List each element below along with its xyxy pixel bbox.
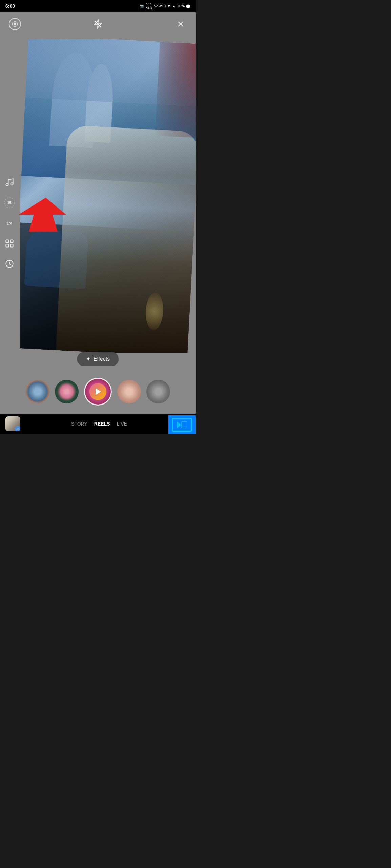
svg-marker-17 (177, 421, 181, 428)
svg-point-0 (14, 23, 16, 25)
vowifi-icon: VoWiFi (154, 4, 166, 8)
svg-rect-11 (10, 244, 13, 247)
tab-live[interactable]: LIVE (117, 421, 127, 427)
signal-icon: ▲ (172, 4, 176, 8)
close-button[interactable] (174, 17, 187, 31)
bottom-nav: + STORY REELS LIVE (0, 414, 196, 434)
speed-value: 1× (6, 220, 12, 226)
thumbnail-5[interactable] (146, 380, 170, 403)
thumbnail-2[interactable] (55, 380, 79, 403)
camera-container: 15 1× (0, 12, 196, 434)
camera-status-icon: 📷 (140, 4, 144, 8)
timer-button[interactable]: 15 (3, 196, 16, 210)
nav-tabs: STORY REELS LIVE (20, 421, 178, 427)
layout-button[interactable] (3, 237, 16, 250)
media-thumbnail[interactable]: + (5, 416, 20, 431)
status-time: 6:00 (5, 3, 15, 9)
effects-label: Effects (94, 356, 110, 362)
flash-button[interactable] (91, 17, 105, 31)
sparkle-icon: ✦ (86, 355, 91, 363)
status-bar: 6:00 📷 0.13KB/S VoWiFi ▼ ▲ 70% ⬤ (0, 0, 196, 12)
svg-rect-18 (182, 421, 187, 428)
tab-story[interactable]: STORY (71, 421, 87, 427)
data-speed: 0.13KB/S (146, 3, 153, 9)
svg-point-5 (6, 184, 8, 186)
svg-rect-10 (6, 244, 8, 247)
timer-value: 15 (7, 201, 11, 205)
record-button[interactable] (84, 378, 112, 406)
status-icons: 📷 0.13KB/S VoWiFi ▼ ▲ 70% ⬤ (140, 3, 190, 9)
effects-button[interactable]: ✦ Effects (77, 352, 119, 366)
add-media-badge: + (15, 426, 20, 431)
countdown-button[interactable] (3, 257, 16, 271)
svg-point-6 (11, 183, 13, 185)
thumbnail-1[interactable] (26, 380, 49, 403)
svg-rect-9 (10, 240, 13, 243)
thumbnail-4[interactable] (117, 380, 141, 403)
wifi-icon: ▼ (167, 4, 171, 8)
battery-pct: 70% (177, 4, 185, 8)
music-button[interactable] (3, 176, 16, 189)
svg-rect-8 (6, 240, 8, 243)
record-button-inner (89, 383, 106, 400)
thumbnail-row (0, 370, 196, 414)
svg-line-14 (9, 264, 11, 265)
brand-logo-frame (172, 418, 192, 432)
svg-marker-16 (19, 198, 66, 232)
speed-button[interactable]: 1× (3, 216, 16, 230)
brand-logo (168, 415, 196, 434)
left-controls: 15 1× (0, 172, 19, 274)
top-controls (0, 12, 196, 36)
battery-icon: ⬤ (186, 4, 190, 8)
settings-button[interactable] (8, 17, 22, 31)
play-icon (96, 388, 101, 395)
tab-reels[interactable]: REELS (94, 421, 110, 427)
red-arrow-indicator (19, 194, 66, 235)
